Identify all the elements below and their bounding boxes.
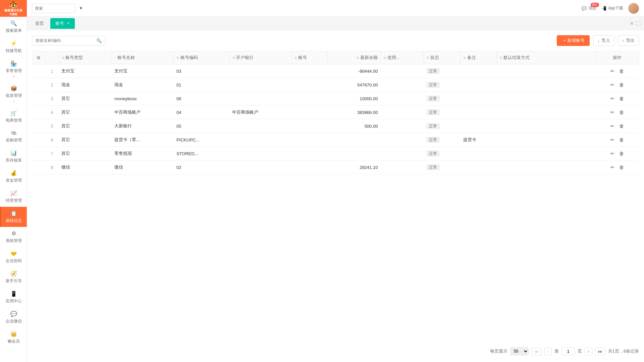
user-avatar[interactable] (628, 3, 639, 14)
page-input[interactable] (561, 348, 575, 355)
vip-icon: 👑 (10, 331, 17, 337)
enterprise-icon: 🤝 (10, 250, 17, 257)
sidebar-item-operations[interactable]: 📈 经营管理 (0, 187, 27, 207)
message-badge: 99+ (591, 3, 599, 7)
th-account-no[interactable]: ⇅ 账号 (291, 51, 327, 64)
delete-button[interactable]: 🗑 (618, 123, 626, 129)
td-gear (32, 133, 45, 147)
delete-button[interactable]: 🗑 (618, 136, 626, 143)
delete-button[interactable]: 🗑 (618, 164, 626, 171)
sidebar-item-purchase[interactable]: 🛍 采购管理 (0, 127, 27, 146)
th-status[interactable]: ⇅ 状态 (424, 51, 461, 64)
app-download-button[interactable]: 📲 App下载 (601, 5, 623, 11)
th-rownum (45, 51, 59, 64)
td-balance: 10000.00 (327, 92, 380, 106)
td-status: 正常 (424, 147, 461, 161)
th-default-settle[interactable]: ⇅ 默认结算方式 (497, 51, 596, 64)
sidebar-item-search-menu[interactable]: 🔍 搜索菜单 (0, 17, 27, 37)
edit-button[interactable]: ✏ (609, 164, 616, 171)
sidebar-item-ecommerce[interactable]: 🛒 电商管理 (0, 107, 27, 127)
th-account-code[interactable]: ⇅ 账号编码 (174, 51, 229, 64)
status-badge: 正常 (426, 68, 440, 74)
delete-button[interactable]: 🗑 (618, 109, 626, 116)
toolbar: 🔍 + 新增账号 ↓ 导入 ↑ 导出 (32, 35, 639, 46)
td-balance: 500.00 (327, 119, 380, 133)
header-search-input[interactable] (32, 4, 75, 13)
delete-button[interactable]: 🗑 (618, 95, 626, 102)
search-button[interactable]: 🔍 (93, 36, 105, 45)
edit-button[interactable]: ✏ (609, 95, 616, 102)
sidebar-item-finance[interactable]: 💰 资金管理 (0, 167, 27, 187)
td-account-name: moneybosx (112, 92, 174, 106)
delete-button[interactable]: 🗑 (618, 81, 626, 88)
td-gear (32, 78, 45, 92)
accounts-table: ⚙ ⇅ 账号类型 ↑ 账号名称 ⇅ 账号编码 (32, 51, 639, 174)
th-gear[interactable]: ⚙ (32, 51, 45, 64)
chevron-down-icon: ▼ (79, 6, 83, 11)
td-status: 正常 (424, 64, 461, 78)
header-dropdown[interactable]: ▼ (79, 6, 83, 11)
edit-button[interactable]: ✏ (609, 81, 616, 88)
th-balance[interactable]: ⇅ 最新余额 (327, 51, 380, 64)
message-button[interactable]: 💬 消息 99+ (582, 5, 596, 11)
sidebar-item-guide[interactable]: 🧭 新手引导 (0, 267, 27, 287)
first-page-button[interactable]: ⏮ (531, 348, 542, 355)
edit-button[interactable]: ✏ (609, 68, 616, 74)
tab-home[interactable]: 首页 (30, 18, 49, 29)
edit-button[interactable]: ✏ (609, 109, 616, 116)
tab-close-icon[interactable]: ✕ (67, 21, 70, 25)
sidebar-item-basic-info[interactable]: 📋 基础信息 (0, 207, 27, 227)
th-remark[interactable]: ⇅ 备注 (461, 51, 497, 64)
tab-close-button[interactable]: ✕ (630, 21, 634, 26)
sidebar-item-inventory[interactable]: 📊 库存核算 (0, 146, 27, 167)
td-num: 7 (45, 147, 59, 161)
toolbar-right: + 新增账号 ↓ 导入 ↑ 导出 (557, 35, 639, 46)
sidebar-item-quick-nav[interactable]: ⚡ 快捷导航 (0, 37, 27, 57)
sidebar-item-enterprise[interactable]: 🤝 企业协同 (0, 247, 27, 267)
tab-fullscreen-button[interactable]: ⛶ (636, 21, 641, 26)
search-input[interactable] (32, 36, 93, 45)
th-account-name[interactable]: ↑ 账号名称 (112, 51, 174, 64)
table-row: 4 其它 中百商场账户 04 中百商场账户 383866.00 正常 ✏ 🗑 (32, 106, 639, 119)
sidebar-item-label: 快捷导航 (6, 48, 22, 54)
sidebar-item-label: 系统管理 (6, 238, 22, 244)
sidebar-item-app-center[interactable]: 📱 应用中心 (0, 287, 27, 307)
td-bank (229, 64, 291, 78)
import-button[interactable]: ↓ 导入 (593, 35, 614, 46)
sidebar: 🐯 畅捷通好生意乐惠版 🔍 搜索菜单 ⚡ 快捷导航 🏪 零售管理 ▼ 📦 批发管… (0, 0, 27, 362)
td-use (380, 106, 424, 119)
edit-button[interactable]: ✏ (609, 123, 616, 129)
tab-account[interactable]: 账号 ✕ (50, 18, 75, 29)
td-default-settle (497, 64, 596, 78)
logo-icon: 🐯 (4, 1, 22, 9)
td-account-no (291, 119, 327, 133)
td-default-settle (497, 147, 596, 161)
edit-button[interactable]: ✏ (609, 150, 616, 157)
sidebar-item-retail[interactable]: 🏪 零售管理 ▼ (0, 57, 27, 82)
delete-button[interactable]: 🗑 (618, 150, 626, 157)
export-button[interactable]: ↑ 导出 (618, 35, 639, 46)
td-bank (229, 147, 291, 161)
sidebar-item-system[interactable]: ⚙ 系统管理 (0, 227, 27, 247)
next-page-button[interactable]: › (585, 348, 592, 355)
th-account-type[interactable]: ⇅ 账号类型 (59, 51, 112, 64)
td-bank: 中百商场账户 (229, 106, 291, 119)
prev-page-button[interactable]: ‹ (544, 348, 552, 355)
sidebar-item-wechat[interactable]: 💬 企业微信 (0, 307, 27, 327)
ecommerce-icon: 🛒 (10, 110, 17, 116)
sidebar-item-label: 库存核算 (6, 158, 22, 163)
th-bank[interactable]: ⇅ 开户银行 (229, 51, 291, 64)
app-logo: 🐯 畅捷通好生意乐惠版 (0, 0, 27, 17)
td-account-name: 大新银行 (112, 119, 174, 133)
table-row: 5 其它 大新银行 05 500.00 正常 ✏ 🗑 (32, 119, 639, 133)
last-page-button[interactable]: ⏭ (595, 348, 605, 355)
add-account-button[interactable]: + 新增账号 (557, 35, 590, 46)
sidebar-item-label: 基础信息 (6, 218, 22, 224)
th-use[interactable]: ⇅ 使用... (380, 51, 424, 64)
sidebar-item-vip[interactable]: 👑 畅会员 (0, 327, 27, 348)
edit-button[interactable]: ✏ (609, 136, 616, 143)
page-size-select[interactable]: 50 10 20 100 (510, 347, 529, 355)
sidebar-item-wholesale[interactable]: 📦 批发管理 ▼ (0, 82, 27, 107)
import-icon: ↓ (597, 38, 600, 43)
delete-button[interactable]: 🗑 (618, 68, 626, 74)
